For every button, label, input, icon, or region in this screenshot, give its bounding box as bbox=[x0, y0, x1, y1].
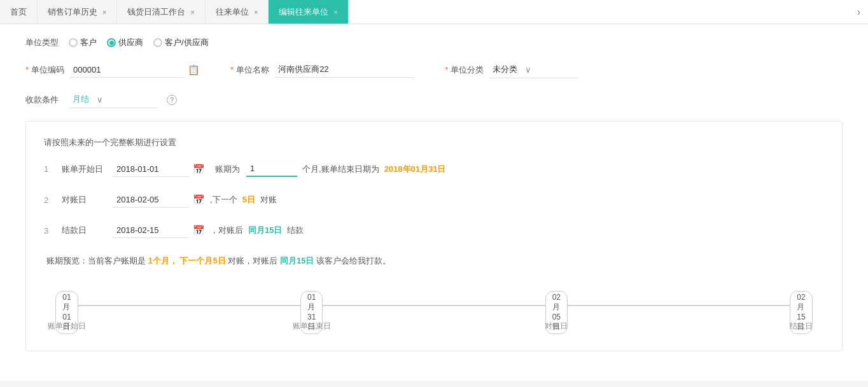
unit-category-dropdown-icon[interactable]: ∨ bbox=[525, 65, 531, 74]
reconcile-date-row: 2 对账日 📅 ,下一个5日对账 bbox=[44, 192, 824, 208]
tab-edit-partner-close[interactable]: × bbox=[333, 8, 337, 16]
account-period-section: 请按照未来的一个完整帐期进行设置 1 账单开始日 📅 账期为 个月,账单结束日期… bbox=[25, 121, 843, 351]
row-2-num: 2 bbox=[44, 195, 62, 205]
preview-end: 同月15日 bbox=[280, 256, 314, 265]
unit-name-input[interactable] bbox=[274, 62, 414, 78]
timeline-point-3: 02月05日 对账日 bbox=[552, 309, 560, 316]
radio-supplier-label: 供应商 bbox=[118, 37, 143, 48]
row-2-label: 对账日 bbox=[62, 194, 113, 206]
timeline-point-2: 01月31日 账单结束日 bbox=[308, 309, 316, 316]
row-1-sep: 账期为 bbox=[215, 164, 240, 175]
radio-supplier[interactable]: 供应商 bbox=[107, 37, 143, 48]
tab-home[interactable]: 首页 bbox=[0, 0, 38, 24]
row-3-num: 3 bbox=[44, 226, 62, 236]
tab-sales-order-history-label: 销售订单历史 bbox=[48, 6, 97, 18]
row-1-end-date: 2018年01月31日 bbox=[384, 164, 446, 175]
timeline-label-3: 对账日 bbox=[545, 321, 568, 332]
tab-partner-units[interactable]: 往来单位 × bbox=[206, 0, 269, 24]
tab-sales-order-history-close[interactable]: × bbox=[102, 8, 106, 16]
row-3-label: 结款日 bbox=[62, 225, 113, 236]
unit-category-required: * bbox=[445, 65, 448, 74]
tab-partner-units-label: 往来单位 bbox=[216, 6, 249, 18]
unit-type-label: 单位类型 bbox=[25, 37, 59, 48]
section-description: 请按照未来的一个完整帐期进行设置 bbox=[44, 137, 824, 148]
unit-category-label: 单位分类 bbox=[451, 64, 484, 76]
tab-edit-partner-label: 编辑往来单位 bbox=[279, 6, 328, 18]
timeline-label-2: 账单结束日 bbox=[293, 321, 331, 332]
preview-suffix: 该客户会给我打款。 bbox=[316, 256, 391, 265]
account-start-calendar-icon[interactable]: 📅 bbox=[193, 164, 205, 175]
payment-terms-value: 月结 bbox=[69, 91, 93, 108]
payment-terms-select[interactable]: 月结 ∨ bbox=[69, 91, 158, 108]
payment-date-row: 3 结款日 📅 ，对账后同月15日结款 bbox=[44, 223, 824, 238]
row-3-desc-post2: 结款 bbox=[287, 225, 304, 236]
tab-home-label: 首页 bbox=[10, 6, 27, 18]
preview-month: 1个月， bbox=[148, 256, 178, 265]
timeline: 01月01日 账单开始日 01月31日 账单结束日 bbox=[44, 286, 824, 335]
radio-customer-circle bbox=[69, 38, 78, 47]
radio-supplier-circle bbox=[107, 38, 116, 47]
tab-sales-order-history[interactable]: 销售订单历史 × bbox=[38, 0, 117, 24]
tab-more-button[interactable]: › bbox=[850, 0, 868, 24]
tab-cash-ledger-close[interactable]: × bbox=[190, 8, 194, 16]
payment-terms-dropdown-icon[interactable]: ∨ bbox=[97, 95, 103, 104]
timeline-label-4: 结款日 bbox=[790, 321, 813, 332]
unit-code-copy-icon[interactable]: 📋 bbox=[188, 64, 200, 76]
unit-type-radio-group: 客户 供应商 客户/供应商 bbox=[69, 37, 209, 48]
tab-cash-ledger-label: 钱货日清工作台 bbox=[127, 6, 185, 18]
radio-customer[interactable]: 客户 bbox=[69, 37, 97, 48]
unit-info-row: * 单位编码 📋 * 单位名称 * 单位分类 未分类 ∨ bbox=[25, 61, 843, 78]
reconcile-calendar-icon[interactable]: 📅 bbox=[193, 194, 205, 206]
timeline-label-1: 账单开始日 bbox=[48, 321, 86, 332]
unit-type-row: 单位类型 客户 供应商 客户/供应商 bbox=[25, 37, 843, 48]
row-1-label: 账单开始日 bbox=[62, 164, 113, 175]
account-preview: 账期预览：当前客户账期是 1个月， 下一个月5日 对账，对账后 同月15日 该客… bbox=[44, 253, 824, 268]
preview-prefix: 账期预览：当前客户账期是 bbox=[46, 256, 146, 265]
tab-bar: 首页 销售订单历史 × 钱货日清工作台 × 往来单位 × 编辑往来单位 × › bbox=[0, 0, 868, 24]
account-period-month-input[interactable] bbox=[246, 161, 297, 177]
account-start-row: 1 账单开始日 📅 账期为 个月,账单结束日期为 2018年01月31日 bbox=[44, 161, 824, 177]
preview-mid: 下一个月5日 bbox=[179, 256, 225, 265]
payment-date-input[interactable] bbox=[113, 223, 189, 238]
payment-terms-label: 收款条件 bbox=[25, 94, 59, 106]
row-1-month-unit: 个月,账单结束日期为 bbox=[302, 164, 379, 175]
payment-terms-help-icon[interactable]: ? bbox=[167, 95, 177, 105]
unit-code-input[interactable] bbox=[69, 62, 184, 78]
unit-category-select[interactable]: 未分类 ∨ bbox=[489, 61, 578, 78]
row-2-highlight1: 5日 bbox=[242, 194, 255, 206]
main-content: 单位类型 客户 供应商 客户/供应商 * 单位编码 📋 * 单位名称 bbox=[0, 24, 868, 381]
tab-edit-partner[interactable]: 编辑往来单位 × bbox=[269, 0, 348, 24]
row-3-highlight2: 同月15日 bbox=[248, 225, 282, 236]
row-3-desc-pre: ，对账后 bbox=[210, 225, 243, 236]
reconcile-date-input[interactable] bbox=[113, 192, 189, 208]
unit-name-label: 单位名称 bbox=[236, 64, 269, 76]
unit-category-group: * 单位分类 未分类 ∨ bbox=[445, 61, 578, 78]
unit-name-group: * 单位名称 bbox=[230, 62, 414, 78]
payment-terms-row: 收款条件 月结 ∨ ? bbox=[25, 91, 843, 108]
unit-code-group: * 单位编码 📋 bbox=[25, 62, 200, 78]
tab-cash-ledger[interactable]: 钱货日清工作台 × bbox=[117, 0, 205, 24]
account-start-date-input[interactable] bbox=[113, 162, 189, 177]
unit-code-required: * bbox=[25, 65, 29, 74]
timeline-point-1: 01月01日 账单开始日 bbox=[63, 309, 71, 316]
tab-partner-units-close[interactable]: × bbox=[254, 8, 258, 16]
row-1-num: 1 bbox=[44, 164, 62, 174]
radio-customer-label: 客户 bbox=[80, 37, 97, 48]
radio-customer-supplier[interactable]: 客户/供应商 bbox=[153, 37, 209, 48]
radio-customer-supplier-label: 客户/供应商 bbox=[165, 37, 209, 48]
preview-mid2: 对账，对账后 bbox=[228, 256, 277, 265]
unit-category-value: 未分类 bbox=[489, 61, 521, 78]
unit-code-label: 单位编码 bbox=[31, 64, 64, 76]
timeline-point-4: 02月15日 结款日 bbox=[797, 309, 805, 316]
unit-name-required: * bbox=[230, 65, 234, 74]
payment-calendar-icon[interactable]: 📅 bbox=[193, 225, 205, 236]
row-2-desc-post: 对账 bbox=[260, 194, 277, 206]
radio-customer-supplier-circle bbox=[153, 38, 162, 47]
row-2-desc-pre: ,下一个 bbox=[210, 194, 237, 206]
